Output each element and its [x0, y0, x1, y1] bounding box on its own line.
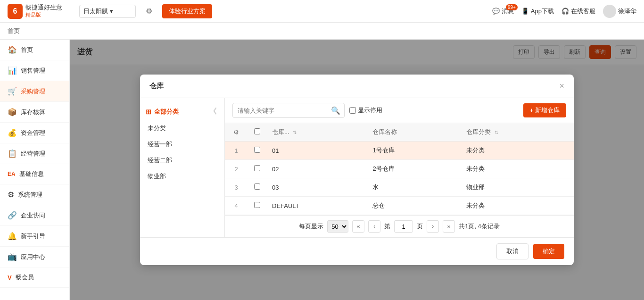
- cat-label-ops2: 经营二部: [148, 157, 172, 164]
- table-row[interactable]: 3 03 水 物业部: [225, 178, 574, 197]
- page-suffix: 页: [417, 222, 423, 231]
- category-item-property[interactable]: 物业部: [140, 168, 224, 184]
- th-category: 仓库分类 ⇅: [461, 123, 574, 142]
- modal-category-panel: ⊞ 全部分类 《 未分类 经营一部 经营二部: [140, 98, 225, 237]
- sidebar-label-basic-info: 基础信息: [19, 170, 44, 178]
- table-row[interactable]: 4 DEFAULT 总仓 未分类: [225, 197, 574, 215]
- th-name: 仓库名称: [367, 123, 461, 142]
- sidebar-item-guide[interactable]: 🔔 新手引导: [0, 226, 69, 247]
- per-page-select[interactable]: 50: [327, 220, 348, 233]
- row-name-4: 总仓: [367, 197, 461, 215]
- row-check-4[interactable]: [248, 197, 266, 215]
- total-label: 共1页, 4条记录: [459, 222, 500, 231]
- table-row[interactable]: 2 02 2号仓库 未分类: [225, 160, 574, 178]
- category-item-ops2[interactable]: 经营二部: [140, 152, 224, 168]
- last-page-button[interactable]: »: [443, 220, 455, 233]
- row-checkbox-3[interactable]: [254, 183, 260, 190]
- online-service-item[interactable]: 🎧 在线客服: [561, 7, 595, 16]
- cat-label-ops1: 经营一部: [148, 141, 172, 148]
- show-disabled-checkbox[interactable]: [349, 107, 356, 114]
- home-icon: 🏠: [8, 45, 17, 54]
- search-box: 🔍: [232, 103, 345, 118]
- th-category-label: 仓库分类: [466, 128, 491, 135]
- modal-footer: 取消 确定: [140, 237, 574, 265]
- first-page-button[interactable]: «: [352, 220, 364, 233]
- app-download-label: App下载: [531, 7, 554, 16]
- sidebar-item-app-center[interactable]: 📺 应用中心: [0, 247, 69, 267]
- finance-icon: 💰: [8, 128, 17, 137]
- category-item-unclassified[interactable]: 未分类: [140, 120, 224, 136]
- row-code-1: 01: [266, 142, 367, 160]
- headset-icon: 🎧: [561, 8, 569, 15]
- modal-close-button[interactable]: ×: [559, 81, 564, 91]
- user-profile-item[interactable]: 徐泽华: [603, 5, 636, 18]
- th-checkbox: [248, 123, 266, 142]
- row-check-2[interactable]: [248, 160, 266, 178]
- row-category-4: 未分类: [461, 197, 574, 215]
- modal-overlay: 仓库 × ⊞ 全部分类 《: [70, 40, 644, 300]
- collapse-button[interactable]: 《: [209, 107, 217, 117]
- next-page-button[interactable]: ›: [427, 220, 439, 233]
- confirm-button[interactable]: 确定: [533, 244, 564, 259]
- member-icon: V: [8, 274, 12, 281]
- cat-label-unclassified: 未分类: [148, 125, 166, 132]
- row-code-4: DEFAULT: [266, 197, 367, 215]
- table-header-row: ⚙ 仓库... ⇅: [225, 123, 574, 142]
- sidebar-item-home[interactable]: 🏠 首页: [0, 40, 69, 60]
- sidebar-item-enterprise[interactable]: 🔗 企业协同: [0, 205, 69, 226]
- row-checkbox-1[interactable]: [254, 147, 260, 153]
- page-number-input[interactable]: [394, 220, 413, 233]
- show-disabled-label[interactable]: 显示停用: [349, 106, 382, 115]
- logo-area: 6 畅捷通好生意 精品版: [8, 4, 74, 19]
- row-checkbox-4[interactable]: [254, 202, 260, 208]
- row-checkbox-2[interactable]: [254, 165, 260, 171]
- category-grid-icon: ⊞: [146, 108, 151, 116]
- sort-icon-code: ⇅: [293, 130, 297, 135]
- search-button[interactable]: 🔍: [327, 106, 344, 115]
- modal-body: ⊞ 全部分类 《 未分类 经营一部 经营二部: [140, 98, 574, 237]
- category-all[interactable]: ⊞ 全部分类: [146, 108, 179, 116]
- content-area: 进货 打印 导出 刷新 查询 设置 仓库 ×: [70, 40, 644, 300]
- row-category-2: 未分类: [461, 160, 574, 178]
- th-code: 仓库... ⇅: [266, 123, 367, 142]
- sidebar-item-sales[interactable]: 📊 销售管理: [0, 60, 69, 81]
- select-all-checkbox[interactable]: [254, 128, 260, 134]
- row-check-3[interactable]: [248, 178, 266, 197]
- table-area: ⚙ 仓库... ⇅: [225, 123, 574, 215]
- category-item-ops1[interactable]: 经营一部: [140, 136, 224, 152]
- messages-nav-item[interactable]: 💬 消息 99+: [492, 7, 514, 16]
- sidebar-label-sales: 销售管理: [21, 67, 45, 75]
- sidebar-item-inventory[interactable]: 📦 库存核算: [0, 102, 69, 123]
- app-download-item[interactable]: 📱 App下载: [521, 7, 554, 16]
- message-badge: 99+: [506, 4, 518, 10]
- avatar: [603, 5, 616, 18]
- trial-button[interactable]: 体验行业方案: [162, 4, 212, 18]
- enterprise-icon: 🔗: [8, 211, 17, 220]
- search-input[interactable]: [233, 107, 327, 114]
- show-disabled-text: 显示停用: [358, 106, 382, 115]
- breadcrumb-home[interactable]: 首页: [8, 27, 20, 35]
- purchase-icon: 🛒: [8, 87, 17, 96]
- sidebar-item-basic-info[interactable]: EA 基础信息: [0, 164, 69, 184]
- cat-label-property: 物业部: [148, 173, 166, 180]
- prev-page-button[interactable]: ‹: [368, 220, 380, 233]
- operations-icon: 📋: [8, 149, 17, 158]
- sidebar-item-member[interactable]: V 畅会员: [0, 267, 69, 288]
- cancel-button[interactable]: 取消: [496, 243, 528, 259]
- second-nav: 首页: [0, 23, 644, 40]
- sidebar-item-purchase[interactable]: 🛒 采购管理: [0, 81, 69, 102]
- app-center-icon: 📺: [8, 252, 17, 261]
- add-warehouse-button[interactable]: + 新增仓库: [523, 103, 566, 117]
- sidebar-item-system[interactable]: ⚙ 系统管理: [0, 184, 69, 205]
- sidebar-label-home: 首页: [21, 46, 33, 54]
- sidebar-item-finance[interactable]: 💰 资金管理: [0, 123, 69, 143]
- sidebar-item-operations[interactable]: 📋 经营管理: [0, 143, 69, 164]
- settings-button[interactable]: ⚙: [141, 4, 157, 19]
- top-nav: 6 畅捷通好生意 精品版 日太阳膜 ▾ ⚙ 体验行业方案 💬 消息 99+ 📱 …: [0, 0, 644, 23]
- sidebar-label-operations: 经营管理: [21, 150, 45, 158]
- row-check-1[interactable]: [248, 142, 266, 160]
- logo-sub: 精品版: [25, 11, 62, 18]
- table-row[interactable]: 1 01 1号仓库 未分类: [225, 142, 574, 160]
- row-num-1: 1: [225, 142, 248, 160]
- shop-selector[interactable]: 日太阳膜 ▾: [79, 5, 136, 18]
